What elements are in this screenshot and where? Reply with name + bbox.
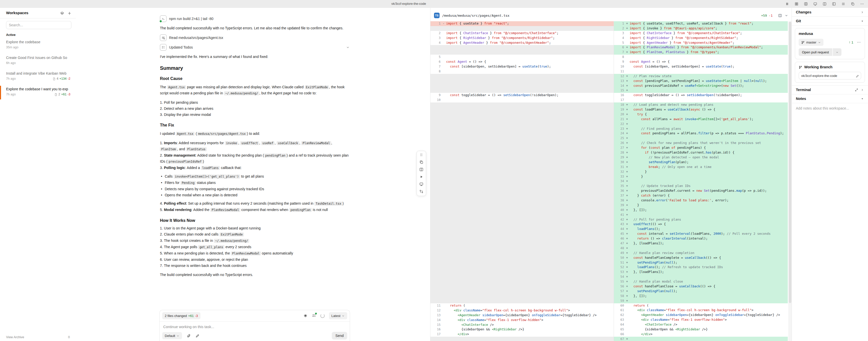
diff-row: 41+ bbox=[614, 213, 788, 217]
pen-icon[interactable] bbox=[195, 333, 200, 338]
diff-row: 1-import { useState } from "react"; bbox=[430, 21, 614, 26]
attach-icon[interactable] bbox=[187, 333, 191, 338]
inline-code: Agent.tsx bbox=[167, 85, 186, 89]
working-branch-input[interactable] bbox=[799, 72, 861, 80]
more-icon[interactable] bbox=[860, 2, 864, 6]
layers-icon[interactable] bbox=[60, 11, 64, 16]
line-number: 58 bbox=[614, 294, 626, 299]
tool-call-row[interactable]: Read medusa/src/pages/Agent.tsx bbox=[160, 34, 350, 41]
branch-selector[interactable]: master bbox=[799, 39, 824, 46]
play-icon[interactable] bbox=[419, 175, 423, 179]
diff-gap bbox=[430, 45, 614, 55]
list-item: 5.When a new pending plan is detected, t… bbox=[160, 250, 350, 256]
tool-call-label: Read medusa/src/pages/Agent.tsx bbox=[169, 36, 223, 40]
line-number: 10 bbox=[614, 64, 626, 69]
model-dropdown[interactable]: Default bbox=[162, 332, 182, 339]
chevron-down-icon[interactable] bbox=[346, 45, 350, 50]
list-item: 4.The Agent page polls get_all_plans eve… bbox=[160, 244, 350, 250]
diff-column-old: 1-import { useState } from "react";2 imp… bbox=[430, 21, 614, 341]
diff-row: 9 const Agent = () => { bbox=[614, 59, 788, 64]
line-number: 54 bbox=[614, 275, 626, 279]
chevron-down-icon[interactable] bbox=[784, 13, 788, 18]
diff-scrollbar[interactable] bbox=[788, 21, 792, 341]
line-number: 40 bbox=[614, 208, 626, 213]
assistant-paragraph: The Agent.tsx page was missing all plan … bbox=[160, 84, 350, 96]
expand-icon[interactable] bbox=[855, 88, 858, 92]
plus-icon[interactable] bbox=[68, 11, 71, 16]
diff-row: 6 const Agent = () => { bbox=[430, 59, 614, 64]
workspace-item[interactable]: Install and integrate Vibe Kanban Web7h … bbox=[0, 69, 76, 85]
diff-row: 56+ const handlePlanClose = useCallback(… bbox=[614, 284, 788, 289]
copy-icon[interactable] bbox=[419, 160, 423, 164]
todos-icon[interactable] bbox=[312, 313, 316, 318]
pr-options-button[interactable] bbox=[833, 48, 841, 56]
workspace-item[interactable]: Explore the codebase35m ago bbox=[0, 38, 76, 53]
notes-input[interactable]: Add notes about this workspace... bbox=[792, 103, 868, 113]
search-input[interactable] bbox=[6, 21, 71, 29]
diff-row: 4 import { RightSidebar } from "@/compon… bbox=[614, 36, 788, 40]
grip-icon[interactable] bbox=[419, 153, 423, 157]
git-section-header[interactable]: Git bbox=[792, 17, 868, 26]
git-compare-icon[interactable] bbox=[419, 189, 423, 193]
diff-row: 60 return ( bbox=[614, 303, 788, 308]
diff-row: 37+ } catch (error) { bbox=[614, 193, 788, 198]
latest-dropdown[interactable]: Latest bbox=[329, 312, 347, 319]
heading-summary: Summary bbox=[160, 65, 350, 71]
diff-row: 52+ loadPlans(); // Refresh to update tr… bbox=[614, 265, 788, 270]
line-number: 67 bbox=[614, 337, 626, 341]
workspace-time: 6h ago bbox=[6, 61, 16, 65]
send-button[interactable]: Send bbox=[332, 332, 347, 339]
monitor-icon[interactable] bbox=[813, 2, 817, 6]
diff-row: 12 <div className="flex flex-col h-scree… bbox=[430, 308, 614, 313]
tool-call-row[interactable]: Updated Todos bbox=[160, 44, 350, 51]
line-number: 20 bbox=[614, 112, 626, 117]
line-number: 26 bbox=[614, 141, 626, 146]
monitor-icon[interactable] bbox=[419, 182, 423, 186]
branch-name: master bbox=[806, 40, 816, 44]
line-number: 4 bbox=[614, 36, 626, 40]
columns-icon[interactable] bbox=[823, 2, 827, 6]
diff-row: 65 {sidebarOpen && <RightSidebar />} bbox=[614, 327, 788, 332]
list-item: 2.Claude enters plan mode and calls Exit… bbox=[160, 231, 350, 238]
workspace-time: 35m ago bbox=[6, 45, 19, 49]
panel-left-icon[interactable] bbox=[832, 2, 836, 6]
list-item: •Calls invoke<PlanItem[]>('get_all_plans… bbox=[160, 174, 350, 180]
line-number: 15 bbox=[614, 88, 626, 93]
kanban-icon[interactable] bbox=[804, 2, 808, 6]
diff-row: 66 </div> bbox=[614, 332, 788, 337]
workspace-item[interactable]: Explore the codebase I want you to exp7h… bbox=[0, 85, 76, 100]
pause-icon[interactable] bbox=[785, 2, 789, 6]
pencil-icon[interactable] bbox=[856, 73, 859, 78]
copy-icon[interactable] bbox=[850, 2, 855, 6]
list-icon[interactable] bbox=[841, 2, 845, 6]
changes-label: Changes bbox=[796, 10, 811, 14]
tool-call-label: npm run build 2>&1 | tail -80 bbox=[169, 17, 213, 21]
line-number: 43 bbox=[614, 222, 626, 227]
inline-code: Agent.tsx bbox=[176, 132, 195, 136]
terminal-section-header[interactable]: Terminal bbox=[792, 85, 868, 94]
chevron-down-icon bbox=[176, 334, 179, 338]
diff-row: 40+ }, []); bbox=[614, 208, 788, 213]
columns-icon[interactable] bbox=[419, 167, 423, 172]
file-count: 4 bbox=[57, 77, 58, 81]
tool-call-label: Updated Todos bbox=[169, 45, 193, 49]
changes-section-header[interactable]: Changes bbox=[792, 8, 868, 17]
notes-section-header[interactable]: Notes bbox=[792, 94, 868, 103]
inline-code: useCallback bbox=[277, 141, 299, 145]
line-number: 11 bbox=[430, 303, 443, 308]
line-number: 27 bbox=[614, 146, 626, 150]
view-archive-link[interactable]: View Archive bbox=[6, 335, 24, 339]
split-view-icon[interactable] bbox=[778, 13, 782, 18]
grid-icon[interactable] bbox=[794, 2, 798, 6]
spark-icon[interactable] bbox=[303, 313, 308, 318]
line-number: 9 bbox=[614, 59, 626, 64]
diff-row: 12+ // Plan review state bbox=[614, 74, 788, 79]
workspace-item[interactable]: Create Good First Issues on Github So6h … bbox=[0, 53, 76, 69]
files-changed-button[interactable]: 2 files changed +61 -3 bbox=[162, 312, 200, 319]
diff-row: 64 <ChatInterface /> bbox=[614, 322, 788, 327]
diff-row: 19+ const loadPlans = useCallback(async … bbox=[614, 107, 788, 112]
open-pull-request-button[interactable]: Open pull request bbox=[799, 48, 832, 56]
more-icon[interactable]: ⋯ bbox=[857, 40, 861, 44]
message-input[interactable] bbox=[161, 323, 343, 330]
tool-call-row[interactable]: npm run build 2>&1 | tail -80 bbox=[160, 16, 350, 22]
